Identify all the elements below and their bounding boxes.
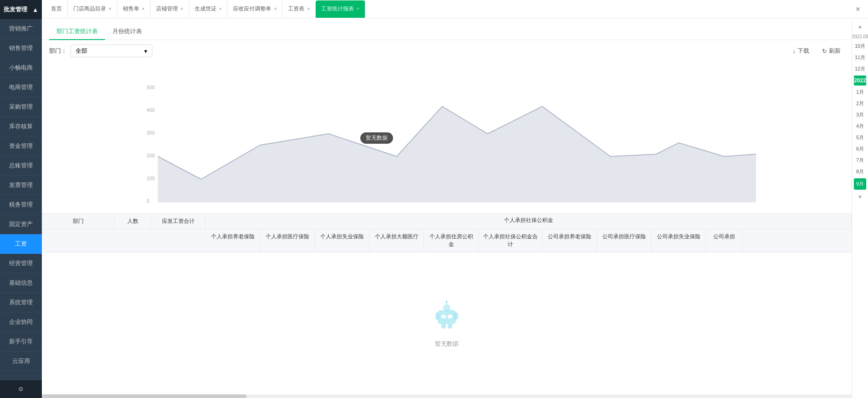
tab-工资表[interactable]: 工资表× [283, 0, 316, 18]
dept-select-value: 全部 [76, 47, 87, 55]
table-area: 部门 人数 应发工资合计 个人承担社保公积金 个人承担养老保险 个人承担医疗保险… [42, 213, 852, 398]
date-down-btn[interactable]: ▼ [854, 191, 867, 203]
svg-text:300: 300 [146, 130, 155, 136]
sidebar-header[interactable]: 批发管理 ▲ [0, 0, 42, 19]
th-company-more: 公司承担 [706, 229, 742, 252]
sidebar-item-企业协同[interactable]: 企业协同 [0, 312, 42, 332]
sidebar-item-总账管理[interactable]: 总账管理 [0, 156, 42, 176]
sidebar-item-采购管理[interactable]: 采购管理 [0, 97, 42, 117]
sidebar-item-税务管理[interactable]: 税务管理 [0, 195, 42, 215]
th-personal-total: 个人承担社保公积金合计 [479, 229, 542, 252]
sidebar-item-发票管理[interactable]: 发票管理 [0, 176, 42, 195]
sidebar-footer[interactable]: ⚙ [0, 380, 42, 398]
sidebar-item-销售管理[interactable]: 销售管理 [0, 39, 42, 58]
sidebar-item-云应用[interactable]: 云应用 [0, 352, 42, 371]
svg-point-22 [446, 301, 448, 302]
sidebar-item-基础信息[interactable]: 基础信息 [0, 273, 42, 293]
dept-label: 部门： [49, 47, 67, 55]
table-header: 部门 人数 应发工资合计 个人承担社保公积金 个人承担养老保险 个人承担医疗保险… [42, 213, 852, 252]
tab-close-icon[interactable]: × [181, 6, 183, 11]
tab-close-icon[interactable]: × [307, 6, 310, 11]
sidebar-item-系统管理[interactable]: 系统管理 [0, 293, 42, 312]
tab-close-icon[interactable]: × [357, 6, 359, 11]
svg-text:400: 400 [146, 107, 155, 113]
tab-close-icon[interactable]: × [109, 6, 111, 11]
sidebar-item-资金管理[interactable]: 资金管理 [0, 136, 42, 156]
table-scrollbar[interactable] [42, 394, 852, 398]
sidebar-collapse-icon: ▲ [32, 6, 38, 13]
sidebar-item-库存核算[interactable]: 库存核算 [0, 117, 42, 136]
tab-bar-close-btn[interactable]: ✕ [852, 4, 864, 15]
table-scrollbar-thumb[interactable] [42, 394, 247, 398]
tab-close-icon[interactable]: × [142, 6, 145, 11]
th-personal-medical: 个人承担医疗保险 [260, 229, 315, 252]
svg-rect-16 [435, 312, 439, 320]
date-item-6月[interactable]: 6月 [852, 143, 868, 155]
sidebar-item-小畅电商[interactable]: 小畅电商 [0, 58, 42, 78]
svg-marker-12 [158, 106, 756, 202]
sub-tab-月份统计表[interactable]: 月份统计表 [105, 24, 149, 40]
th-personal-pension: 个人承担养老保险 [206, 229, 260, 252]
tab-首页[interactable]: 首页 [45, 0, 68, 18]
sidebar-item-新手引导[interactable]: 新手引导 [0, 332, 42, 352]
sidebar-item-工资[interactable]: 工资 [0, 234, 42, 254]
dept-select[interactable]: 全部 ▾ [71, 45, 152, 57]
refresh-button[interactable]: ↻ 刷新 [818, 45, 844, 57]
table-header-row2: 个人承担养老保险 个人承担医疗保险 个人承担失业保险 个人承担大额医疗 个人承担… [42, 229, 852, 252]
sub-tab-部门工资统计表[interactable]: 部门工资统计表 [49, 24, 105, 40]
sidebar-item-营销推广[interactable]: 营销推广 [0, 19, 42, 39]
tab-生成凭证[interactable]: 生成凭证× [189, 0, 228, 18]
table-body-empty: 暂无数据 [42, 252, 852, 394]
tab-工资统计报表[interactable]: 工资统计报表× [316, 0, 365, 18]
sidebar-item-经营管理[interactable]: 经营管理 [0, 254, 42, 273]
date-item-9月[interactable]: 9月 [854, 178, 866, 190]
svg-text:500: 500 [146, 85, 155, 90]
date-item-8月[interactable]: 8月 [852, 166, 868, 177]
gear-icon: ⚙ [18, 386, 24, 393]
date-item-11月[interactable]: 11月 [852, 52, 868, 63]
date-up-btn[interactable]: ▲ [854, 20, 867, 33]
th-personal-social: 个人承担社保公积金 [206, 214, 852, 229]
sidebar-item-电商管理[interactable]: 电商管理 [0, 78, 42, 97]
date-item-4月[interactable]: 4月 [852, 121, 868, 132]
date-item-5月[interactable]: 5月 [852, 132, 868, 143]
toolbar-left: 部门： 全部 ▾ [49, 45, 152, 57]
tab-店铺管理[interactable]: 店铺管理× [151, 0, 189, 18]
svg-rect-18 [441, 324, 446, 328]
date-item-7月[interactable]: 7月 [852, 155, 868, 166]
download-button[interactable]: ↓ 下载 [789, 45, 813, 57]
sidebar: 批发管理 ▲ 营销推广销售管理小畅电商电商管理采购管理库存核算资金管理总账管理发… [0, 0, 42, 398]
date-item-12月[interactable]: 12月 [852, 63, 868, 75]
tab-销售单[interactable]: 销售单× [117, 0, 151, 18]
th-company-pension: 公司承担养老保险 [542, 229, 597, 252]
svg-point-20 [443, 304, 450, 312]
chart-area: 0 100 200 300 400 500 [42, 62, 852, 213]
date-item-1月[interactable]: 1月 [852, 86, 868, 98]
svg-text:100: 100 [146, 176, 155, 181]
date-item-2022[interactable]: 2022 [854, 76, 866, 86]
download-icon: ↓ [793, 48, 796, 55]
svg-rect-14 [441, 315, 446, 318]
tab-close-icon[interactable]: × [219, 6, 222, 11]
th-dept: 部门 [42, 214, 115, 229]
empty-text: 暂无数据 [435, 340, 459, 348]
empty-state-icon [429, 299, 465, 335]
tab-close-icon[interactable]: × [274, 6, 277, 11]
date-item-2月[interactable]: 2月 [852, 98, 868, 109]
th-wage-total: 应发工资合计 [151, 214, 206, 229]
sidebar-item-固定资产[interactable]: 固定资产 [0, 215, 42, 234]
svg-rect-19 [448, 324, 452, 328]
tab-门店商品目录[interactable]: 门店商品目录× [68, 0, 117, 18]
toolbar: 部门： 全部 ▾ ↓ 下载 ↻ 刷新 [42, 40, 852, 62]
th-company-unemployment: 公司承担失业保险 [651, 229, 706, 252]
tab-应收应付调整单[interactable]: 应收应付调整单× [227, 0, 283, 18]
date-sidebar: ▲ 2022.09 10月11月12月20221月2月3月4月5月6月7月8月9… [852, 18, 868, 398]
svg-rect-15 [448, 315, 452, 318]
tab-bar: 首页门店商品目录×销售单×店铺管理×生成凭证×应收应付调整单×工资表×工资统计报… [42, 0, 868, 18]
date-item-10月[interactable]: 10月 [852, 40, 868, 52]
th-count: 人数 [115, 214, 151, 229]
chevron-down-icon: ▾ [144, 48, 147, 55]
date-item-3月[interactable]: 3月 [852, 109, 868, 121]
date-year-2022-label: 2022.09 [852, 33, 868, 40]
th-personal-housing-fund: 个人承担住房公积金 [424, 229, 479, 252]
